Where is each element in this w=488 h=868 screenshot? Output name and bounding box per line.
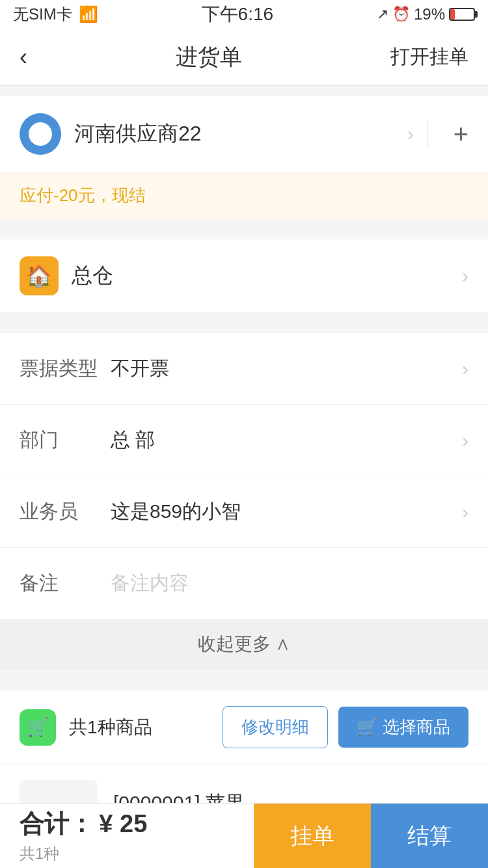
page-title: 进货单 <box>176 42 242 72</box>
warehouse-icon: 🏠 <box>20 256 59 295</box>
location-icon: ↗ <box>377 6 388 23</box>
department-chevron-icon: › <box>462 429 468 452</box>
notice-bar: 应付-20元，现结 <box>0 172 488 219</box>
cart-icon: 🛒 <box>357 717 377 737</box>
product-count: 共1种商品 <box>69 715 223 740</box>
section-gap-4 <box>0 670 488 680</box>
invoice-value: 不开票 <box>98 355 462 382</box>
remark-label: 备注 <box>20 570 98 597</box>
supplier-row[interactable]: 河南供应商22 › + <box>0 96 488 172</box>
status-bar: 无SIM卡 📶 下午6:16 ↗ ⏰ 19% <box>0 0 488 29</box>
department-label: 部门 <box>20 427 98 454</box>
battery-label: 19% <box>414 5 445 23</box>
open-pending-button[interactable]: 打开挂单 <box>390 44 468 70</box>
select-product-label: 选择商品 <box>383 716 450 739</box>
total-main: 合计： ¥ 25 <box>20 807 234 841</box>
invoice-chevron-icon: › <box>462 358 468 380</box>
product-header: 🛒 共1种商品 修改明细 🛒 选择商品 <box>0 690 488 765</box>
hang-button[interactable]: 挂单 <box>254 804 371 868</box>
back-button[interactable]: ‹ <box>20 44 27 71</box>
checkout-button[interactable]: 结算 <box>371 804 488 868</box>
supplier-avatar <box>20 113 61 155</box>
status-bar-right: ↗ ⏰ 19% <box>377 5 475 23</box>
form-section: 票据类型 不开票 › 部门 总 部 › 业务员 这是859的小智 › 备注 备注… <box>0 333 488 619</box>
salesperson-label: 业务员 <box>20 498 98 525</box>
warehouse-name: 总仓 <box>72 262 462 290</box>
section-gap-3 <box>0 312 488 323</box>
avatar-inner <box>29 122 52 146</box>
divider <box>427 121 427 147</box>
section-gap-1 <box>0 86 488 96</box>
invoice-label: 票据类型 <box>20 355 98 382</box>
total-label: 合计： <box>20 810 94 837</box>
nav-bar: ‹ 进货单 打开挂单 <box>0 29 488 86</box>
warehouse-row[interactable]: 🏠 总仓 › <box>0 239 488 312</box>
warehouse-section[interactable]: 🏠 总仓 › <box>0 239 488 312</box>
salesperson-chevron-icon: › <box>462 501 468 523</box>
salesperson-row[interactable]: 业务员 这是859的小智 › <box>0 476 488 548</box>
wifi-icon: 📶 <box>79 5 98 23</box>
supplier-name: 河南供应商22 <box>74 120 407 148</box>
battery-icon <box>449 8 475 21</box>
status-bar-left: 无SIM卡 📶 <box>13 4 98 25</box>
bottom-bar: 合计： ¥ 25 共1种 挂单 结算 <box>0 803 488 868</box>
chevron-right-icon: › <box>407 123 414 145</box>
department-row[interactable]: 部门 总 部 › <box>0 405 488 476</box>
invoice-row[interactable]: 票据类型 不开票 › <box>0 333 488 405</box>
edit-detail-button[interactable]: 修改明细 <box>223 706 328 748</box>
add-supplier-button[interactable]: + <box>454 120 468 149</box>
section-gap-2 <box>0 219 488 229</box>
remark-row[interactable]: 备注 备注内容 <box>0 548 488 619</box>
signal-label: 无SIM卡 <box>13 4 72 25</box>
select-product-button[interactable]: 🛒 选择商品 <box>338 707 468 748</box>
total-section: 合计： ¥ 25 共1种 <box>0 804 254 868</box>
product-header-icon: 🛒 <box>20 709 56 746</box>
supplier-section: 河南供应商22 › + 应付-20元，现结 <box>0 96 488 219</box>
time-label: 下午6:16 <box>202 2 274 27</box>
alarm-icon: ⏰ <box>392 6 410 23</box>
total-sub: 共1种 <box>20 843 234 864</box>
salesperson-value: 这是859的小智 <box>98 498 462 525</box>
warehouse-chevron-icon: › <box>462 265 468 287</box>
remark-value[interactable]: 备注内容 <box>98 570 468 597</box>
department-value: 总 部 <box>98 427 462 454</box>
collapse-toggle[interactable]: 收起更多 ∧ <box>0 619 488 670</box>
total-value: ¥ 25 <box>99 810 147 837</box>
